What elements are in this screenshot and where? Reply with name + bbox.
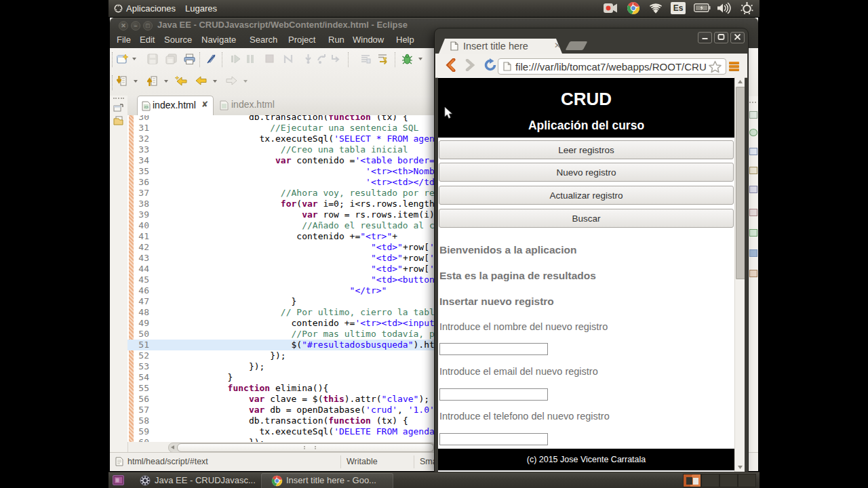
workspace-2[interactable] [701, 474, 719, 487]
resume-icon[interactable] [231, 54, 241, 64]
eclipse-menu-window[interactable]: Window [353, 32, 384, 48]
mark-occurrences-icon[interactable] [360, 54, 371, 64]
back-dropdown-icon[interactable] [213, 80, 217, 83]
editor-horizontal-scrollbar[interactable] [168, 443, 435, 453]
status-file-icon [115, 457, 123, 466]
palette-icon[interactable] [749, 167, 757, 174]
back-history-icon[interactable] [195, 76, 207, 85]
forward-icon[interactable] [465, 59, 475, 71]
disconnect-icon[interactable] [283, 54, 293, 64]
ubuntu-logo-icon[interactable] [114, 4, 123, 13]
nuevo-registro-button[interactable]: Nuevo registro [439, 163, 734, 182]
chrome-tray-icon[interactable] [627, 1, 640, 15]
page-header: CRUD Aplicación del curso [438, 78, 734, 138]
scroll-up-icon[interactable] [735, 77, 745, 86]
chrome-maximize-button[interactable] [714, 32, 728, 43]
bookmarks-icon[interactable] [749, 270, 757, 277]
show-desktop-icon[interactable] [113, 475, 124, 485]
session-gear-icon[interactable] [741, 2, 753, 15]
eclipse-menu-source[interactable]: Source [164, 32, 192, 48]
restore-panel-icon[interactable] [113, 104, 123, 113]
skip-breakpoints-icon[interactable] [206, 54, 216, 64]
eclipse-minimize-button[interactable]: – [131, 21, 140, 30]
leer-registros-button[interactable]: Leer registros [439, 140, 734, 159]
menu-hamburger-icon[interactable] [729, 62, 739, 70]
eclipse-menu-navigate[interactable]: Navigate [201, 32, 236, 48]
import-dropdown-icon[interactable] [134, 80, 138, 83]
buscar-button[interactable]: Buscar [439, 209, 734, 228]
print-icon[interactable] [184, 54, 195, 64]
chrome-minimize-button[interactable] [698, 32, 712, 43]
save-icon[interactable] [147, 54, 158, 64]
eclipse-menu-project[interactable]: Project [288, 32, 315, 48]
properties-icon[interactable] [749, 186, 757, 193]
console-icon[interactable] [749, 229, 757, 237]
tab-close-icon[interactable]: ✕ [554, 41, 561, 50]
chrome-close-button[interactable] [730, 32, 745, 43]
editor-tab-index-html-inactive[interactable]: index.html [214, 96, 281, 115]
workspace-1-current[interactable] [683, 474, 701, 487]
wifi-icon[interactable] [649, 3, 663, 14]
new-tab-button[interactable] [566, 41, 588, 50]
battery-icon[interactable] [694, 3, 711, 12]
import-icon[interactable] [117, 75, 127, 87]
workspace-3[interactable] [719, 474, 738, 487]
eclipse-menu-edit[interactable]: Edit [140, 32, 155, 48]
new-wizard-icon[interactable] [117, 54, 129, 65]
scrollbar-thumb[interactable] [177, 443, 434, 452]
export-dropdown-icon[interactable] [164, 80, 168, 83]
servers-icon[interactable] [749, 209, 757, 216]
eclipse-menu-run[interactable]: Run [328, 32, 344, 48]
debug-icon[interactable] [402, 54, 412, 64]
export-icon[interactable] [147, 75, 157, 87]
taskbar-item-chrome[interactable]: Insert title here - Goo... [261, 473, 393, 488]
step-over-icon[interactable] [317, 54, 327, 64]
status-xpath: html/head/script/#text [127, 457, 208, 466]
eclipse-close-button[interactable]: ✕ [119, 21, 128, 30]
code-text: //Ejecutar una sentencia SQL [153, 123, 418, 134]
url-text[interactable]: file:///var/lib/tomcat7/webapps/ROOT/CRU… [515, 60, 707, 74]
eclipse-menu-file[interactable]: File [117, 32, 131, 48]
last-edit-location-icon[interactable] [175, 76, 187, 86]
pause-icon[interactable] [246, 54, 254, 64]
save-all-icon[interactable] [165, 54, 177, 64]
workspace-4[interactable] [738, 474, 756, 487]
project-explorer-icon[interactable] [113, 116, 124, 125]
volume-icon[interactable] [717, 2, 732, 14]
link-editor-icon[interactable] [377, 54, 389, 64]
search-view-icon[interactable] [749, 249, 757, 257]
eclipse-menu-search[interactable]: Search [250, 32, 277, 48]
snippets-icon[interactable] [749, 148, 757, 155]
screen-recorder-icon[interactable] [604, 3, 618, 14]
debug-dropdown-icon[interactable] [418, 58, 422, 60]
editor-tab-index-html-active[interactable]: <> index.html ✘ [137, 96, 214, 116]
eclipse-maximize-button[interactable]: □ [143, 21, 153, 30]
step-into-icon[interactable] [304, 54, 313, 64]
scroll-down-icon[interactable] [735, 463, 745, 472]
stop-icon[interactable] [265, 54, 274, 63]
bookmark-star-icon[interactable] [709, 60, 722, 73]
forward-history-icon[interactable] [226, 76, 237, 85]
eclipse-menu-help[interactable]: Help [396, 32, 414, 48]
back-icon[interactable] [445, 58, 456, 72]
tab-close-icon[interactable]: ✘ [201, 100, 208, 109]
url-bar[interactable]: file:///var/lib/tomcat7/webapps/ROOT/CRU… [498, 58, 726, 75]
forward-dropdown-icon[interactable] [243, 80, 248, 83]
panel-menu-places[interactable]: Lugares [185, 0, 217, 17]
task-list-icon[interactable] [749, 129, 757, 136]
page-scrollbar[interactable] [734, 77, 745, 472]
actualizar-registro-button[interactable]: Actualizar registro [439, 186, 734, 205]
telefono-input[interactable] [439, 433, 548, 445]
keyboard-layout-indicator[interactable]: Es [671, 2, 686, 14]
nombre-input[interactable] [439, 343, 548, 355]
chrome-tab[interactable]: Insert title here ✕ [439, 39, 562, 54]
panel-menu-applications[interactable]: Aplicaciones [126, 0, 176, 17]
email-input[interactable] [439, 388, 548, 401]
new-dropdown-icon[interactable] [132, 58, 136, 60]
taskbar-item-eclipse[interactable]: Java EE - CRUDJavasc... [136, 473, 259, 488]
outline-icon[interactable] [749, 111, 757, 119]
reload-icon[interactable] [484, 58, 497, 72]
step-return-icon[interactable] [331, 54, 340, 64]
scrollbar-thumb[interactable] [736, 87, 745, 279]
scroll-left-icon[interactable] [171, 445, 174, 449]
